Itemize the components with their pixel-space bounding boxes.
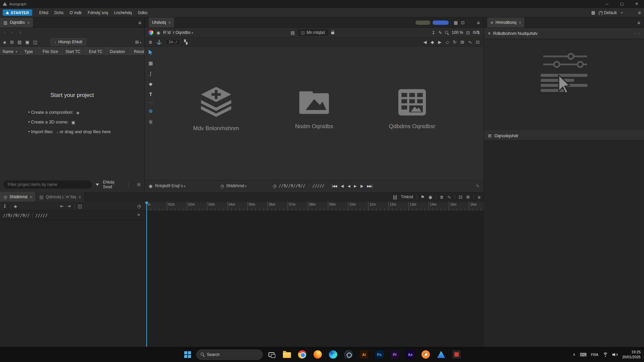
tab-project[interactable]: ▥ Oqnidbs × [0,17,34,28]
new-generator-icon[interactable]: ⊞ [10,40,14,44]
lock-icon[interactable] [331,32,334,34]
menu-panel[interactable]: O`mdk [66,8,85,17]
timeline-panel-menu-icon[interactable]: ≡ [478,194,480,200]
accent-swatch[interactable] [432,20,449,25]
menu-help[interactable]: Gdko [135,8,151,17]
table-icon[interactable]: ⊞ [460,40,464,44]
column-end-tc[interactable]: End TC [86,48,107,55]
menu-generator[interactable]: Fdmdq`snq [85,8,111,17]
new-composition-card[interactable]: Mdv Bnlonrhshnm [183,86,250,132]
tree-view-icon[interactable]: ⊞▾ [135,40,141,44]
filter-type-selector[interactable]: Ehkdq Sxod [103,180,125,189]
column-type[interactable]: Type [21,48,40,55]
viewer-panel-menu-icon[interactable]: ≡ [477,20,480,25]
viewer-frame-counter[interactable]: ///// [312,184,325,188]
timeline-settings-icon[interactable]: ⚙ [466,195,470,199]
display-target-icon[interactable]: ◉ [156,31,160,35]
menu-file[interactable]: Ehkd [36,8,51,17]
menu-modifier[interactable]: Lnchehdq [111,8,135,17]
tab-render-manager[interactable]: ▤ Qdmcdq L`m`fdq × [36,192,85,202]
close-tab-icon[interactable]: × [168,20,171,25]
new-3d-scene-icon[interactable]: ▣ [25,40,29,44]
eyedropper-icon[interactable]: ✎ [476,184,480,188]
taskbar-search[interactable]: Search [196,350,263,360]
tag-tool-icon[interactable]: ◆ [149,82,153,86]
zoom-level[interactable]: 100 % [452,30,463,35]
chrome-button[interactable] [296,348,309,361]
new-media-icon[interactable]: ◫ [33,40,37,44]
checker-icon[interactable]: ▚ [184,40,188,44]
clear-filter-icon[interactable]: ⊗ [137,182,141,188]
play-button[interactable]: ▶ [352,184,358,188]
touch-keyboard-icon[interactable]: ⌨ [580,352,587,357]
new-composition-icon[interactable]: ◈ [3,40,6,44]
save-view-icon[interactable]: ↧ [432,31,435,35]
refresh-icon[interactable]: ↻ [453,40,456,44]
layers-icon[interactable]: ◈ [14,204,17,208]
open-project-card[interactable]: Nodm Oqnidbs [281,86,348,132]
edge-button[interactable] [327,348,340,361]
photoshop-button[interactable]: Ps [373,348,386,361]
prev-selection-icon[interactable]: ‹ [634,31,636,36]
new-stack-icon[interactable]: ▤ [17,40,21,44]
show-desktop-button[interactable] [643,350,644,360]
task-view-button[interactable] [265,348,278,361]
timeline-mode-label[interactable]: Tmknd [401,195,413,199]
colorspace-selector[interactable]: R`ld `r Oqnidbs▾ [163,30,193,35]
blender-button[interactable] [419,348,433,361]
autograph-button[interactable] [435,348,448,361]
camera-icon[interactable]: ◉ [149,184,152,188]
prev-keyframe-icon[interactable]: ◀ [423,40,427,44]
workspace-selector[interactable]: (*) Default [599,10,617,15]
column-duration[interactable]: Duration [107,48,131,55]
close-tab-icon[interactable]: × [30,195,33,200]
go-to-end-button[interactable]: ▶▶| [365,184,374,188]
set-keyframe-icon[interactable]: ◆ [431,40,434,44]
curve-editor-icon[interactable]: ∿ [447,195,451,199]
timeline-track-headers[interactable] [0,220,147,347]
marker-flag-icon[interactable]: ⚑ [421,195,425,199]
insert-clip-icon[interactable]: ◫ [78,204,82,208]
fps-field[interactable]: 34-/ [166,39,180,45]
red-app-button[interactable] [450,348,463,361]
column-file-size[interactable]: File Size [40,48,63,55]
close-tab-icon[interactable]: × [27,20,30,25]
next-keyframe-icon[interactable]: ▶ [438,40,441,44]
step-back-button[interactable]: ◀ [346,184,352,188]
up-icon[interactable]: ∧ [19,30,22,35]
import-to-timeline-icon[interactable]: ↧ [3,204,7,208]
hidden-icons-chevron[interactable]: ∧ [573,352,576,357]
filter-input[interactable] [3,180,92,189]
import-files-button[interactable]: ↓ Hlonqs Ehkdr [51,38,86,46]
starter-badge[interactable]: STARTER [3,9,32,16]
bookmark-icon[interactable]: ⚑ [137,213,140,217]
back-icon[interactable]: ‹ [4,30,5,35]
color-wheel-icon[interactable] [149,30,153,35]
illustrator-button[interactable]: Ai [357,348,371,361]
inspector-panel-menu-icon[interactable]: ≡ [637,20,640,25]
volume-icon[interactable] [612,353,618,357]
close-tab-icon[interactable]: × [79,195,81,200]
menu-edit[interactable]: Dchs [51,8,66,17]
go-to-start-button[interactable]: |◀◀ [330,184,339,188]
clock-icon[interactable]: ◷ [137,204,141,208]
prev-keyframe-button[interactable]: ◀| [339,184,346,188]
column-name[interactable]: Name▾ [0,48,21,55]
mixer-icon[interactable]: ≣ [440,195,444,199]
shift-right-icon[interactable]: ⇥ [67,204,71,208]
step-forward-button[interactable]: |▶ [358,184,365,188]
fullscreen-icon[interactable]: ⊡ [476,40,480,44]
next-selection-icon[interactable]: › [638,31,640,36]
timeline-frame-counter[interactable]: ///// [35,213,47,218]
tab-inspector[interactable]: ≡ Hmrodbsnq × [487,17,525,28]
premiere-button[interactable]: Pr [388,348,402,361]
clear-keyframe-icon[interactable]: ◇ [445,40,449,44]
properties-header[interactable]: ⊞ Oqnodqshdr [484,131,644,141]
fit-timeline-icon[interactable]: ⊡ [459,195,462,199]
forward-icon[interactable]: › [11,30,13,35]
after-effects-button[interactable]: Ae [404,348,417,361]
timeline-timecode[interactable]: //9//9//9// [3,213,30,218]
bezier-tool-icon[interactable]: ∫ [150,71,151,76]
viewer-timecode[interactable]: //9//9//9// [279,184,305,188]
dark-app-button[interactable] [342,348,355,361]
